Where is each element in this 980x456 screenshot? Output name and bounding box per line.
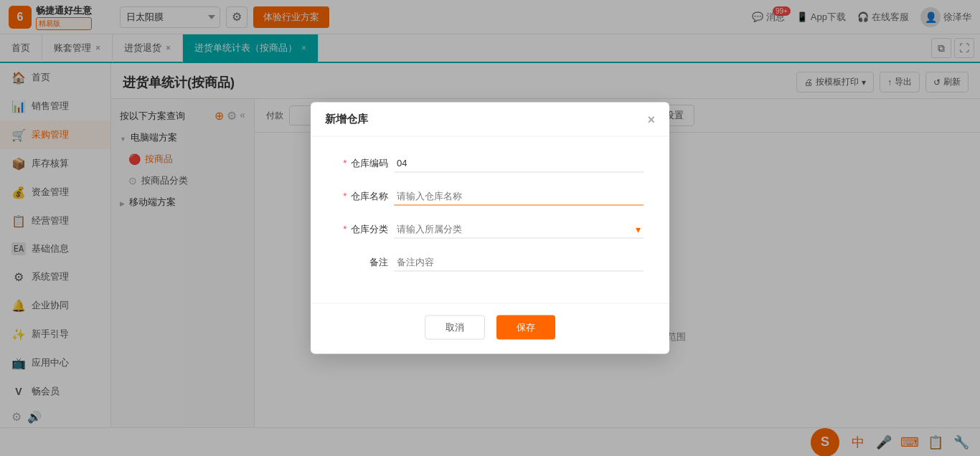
modal-header: 新增仓库 × <box>311 103 669 137</box>
form-row-code: * 仓库编码 <box>336 154 644 173</box>
category-select-wrapper: ▾ <box>394 220 644 239</box>
category-label: * 仓库分类 <box>336 223 394 236</box>
remark-label: 备注 <box>336 256 394 269</box>
code-required-mark: * <box>343 158 347 168</box>
code-label: * 仓库编码 <box>336 157 394 170</box>
category-select-input[interactable] <box>394 220 644 238</box>
warehouse-code-input[interactable] <box>394 154 644 173</box>
warehouse-name-input[interactable] <box>394 187 644 206</box>
modal-body: * 仓库编码 * 仓库名称 * 仓库分类 ▾ 备注 <box>311 137 669 303</box>
form-row-remark: 备注 <box>336 253 644 272</box>
save-button[interactable]: 保存 <box>496 315 555 340</box>
form-row-category: * 仓库分类 ▾ <box>336 220 644 239</box>
category-required-mark: * <box>343 224 347 234</box>
name-required-mark: * <box>343 191 347 201</box>
remark-input[interactable] <box>394 253 644 272</box>
cancel-button[interactable]: 取消 <box>425 315 485 340</box>
form-row-name: * 仓库名称 <box>336 187 644 206</box>
modal-footer: 取消 保存 <box>311 303 669 354</box>
modal-new-warehouse: 新增仓库 × * 仓库编码 * 仓库名称 * 仓库分类 <box>311 103 669 354</box>
modal-close-btn[interactable]: × <box>647 113 655 125</box>
modal-title: 新增仓库 <box>325 113 368 126</box>
name-label: * 仓库名称 <box>336 190 394 203</box>
